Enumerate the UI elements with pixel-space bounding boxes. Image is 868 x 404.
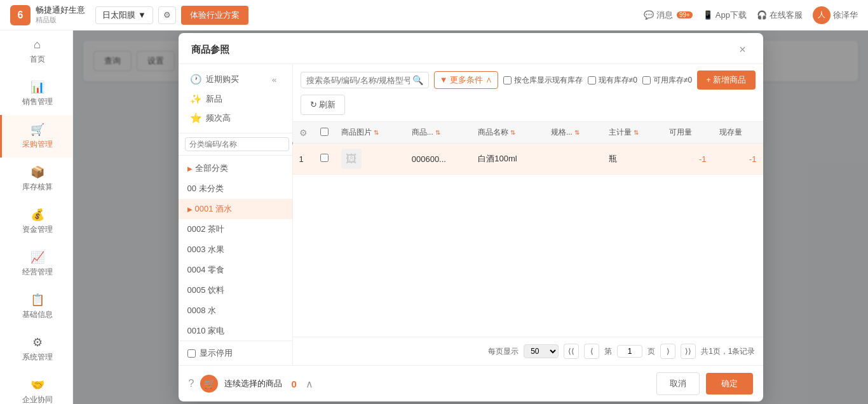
row-checkbox[interactable] (320, 154, 329, 162)
product-search-icon[interactable]: 🔍 (412, 75, 423, 85)
cell-code: 000600... (405, 144, 472, 175)
right-panel: 🔍 ▼ 更多条件 ∧ 按仓库显示现有库存 现有库存≠0 (293, 64, 763, 365)
product-reference-modal: 商品参照 × 🕐 近期购买 « ✨ 新品 (179, 33, 763, 401)
th-code-sort[interactable]: 商品... ⇅ (412, 127, 466, 138)
sidebar-item-finance[interactable]: 💰 资金管理 (0, 200, 72, 243)
sidebar-item-sales[interactable]: 📊 销售管理 (0, 72, 72, 115)
usable-ne0-checkbox[interactable] (642, 76, 651, 84)
sidebar-item-home[interactable]: ⌂ 首页 (0, 30, 72, 72)
gear-icon[interactable]: ⚙ (299, 128, 308, 138)
quick-recent-purchases[interactable]: 🕐 近期购买 « (184, 69, 287, 90)
table-row[interactable]: 1 🖼 000600... 白酒100ml (293, 144, 763, 175)
sidebar-item-base-info[interactable]: 📋 基础信息 (0, 285, 72, 328)
finance-icon: 💰 (31, 208, 44, 222)
sort-icon-code: ⇅ (435, 129, 440, 136)
cat-item-beverage[interactable]: 0005 饮料 (179, 280, 292, 300)
th-spec: 规格... ⇅ (545, 122, 603, 144)
warehouse-stock-checkbox[interactable] (503, 76, 512, 84)
refresh-button[interactable]: ↻ 刷新 (301, 95, 346, 115)
page-number-input[interactable] (617, 345, 642, 358)
cat-item-snack[interactable]: 0004 零食 (179, 260, 292, 280)
online-service-item[interactable]: 🎧 在线客服 (757, 10, 803, 21)
th-stock: 现存量 (713, 122, 763, 144)
category-search-input[interactable] (185, 137, 289, 151)
cancel-button[interactable]: 取消 (656, 372, 700, 395)
last-page-button[interactable]: ⟩⟩ (681, 344, 696, 359)
cat-item-fruit[interactable]: 0003 水果 (179, 239, 292, 260)
category-search-row: 🔍 (179, 133, 292, 156)
base-info-icon: 📋 (31, 293, 44, 307)
recent-label: 近期购买 (206, 74, 239, 85)
warehouse-stock-checkbox-item[interactable]: 按仓库显示现有库存 (503, 75, 583, 86)
cart-label: 连续选择的商品 (224, 378, 282, 389)
app-download-item[interactable]: 📱 App下载 (703, 10, 747, 21)
sidebar-item-operation[interactable]: 📈 经营管理 (0, 243, 72, 285)
sidebar-label-enterprise: 企业协同 (22, 394, 53, 404)
display-disabled-row: 显示停用 (179, 340, 292, 365)
stock-ne0-checkbox-item[interactable]: 现有库存≠0 (588, 75, 637, 86)
sidebar-item-system[interactable]: ⚙ 系统管理 (0, 328, 72, 370)
sidebar-item-inventory[interactable]: 📦 库存核算 (0, 158, 72, 200)
cat-item-tea[interactable]: 0002 茶叶 (179, 219, 292, 239)
help-icon[interactable]: ? (189, 378, 194, 389)
sidebar-label-finance: 资金管理 (22, 224, 53, 235)
th-image-sort[interactable]: 商品图片 ⇅ (341, 127, 399, 138)
prev-page-button[interactable]: ⟨ (584, 344, 599, 359)
next-page-button[interactable]: ⟩ (660, 344, 675, 359)
th-checkbox (314, 122, 335, 144)
select-all-checkbox[interactable] (320, 128, 329, 136)
th-unit: 主计量 ⇅ (602, 122, 662, 144)
th-spec-label: 规格... (551, 127, 573, 138)
display-disabled-checkbox[interactable] (187, 349, 196, 358)
th-spec-sort[interactable]: 规格... ⇅ (551, 127, 597, 138)
sidebar-label-purchase: 采购管理 (22, 139, 53, 150)
user-profile-item[interactable]: 人 徐泽华 (813, 6, 858, 24)
footer-collapse-icon[interactable]: ∧ (306, 378, 313, 390)
th-unit-sort[interactable]: 主计量 ⇅ (609, 127, 656, 138)
sidebar-label-base-info: 基础信息 (22, 309, 53, 320)
th-name-sort[interactable]: 商品名称 ⇅ (478, 127, 538, 138)
new-product-button[interactable]: + 新增商品 (697, 71, 755, 90)
usable-ne0-checkbox-item[interactable]: 可用库存≠0 (642, 75, 692, 86)
product-search-input[interactable] (306, 76, 410, 85)
sidebar-item-enterprise[interactable]: 🤝 企业协同 (0, 370, 72, 404)
product-toolbar: 🔍 ▼ 更多条件 ∧ 按仓库显示现有库存 现有库存≠0 (293, 64, 763, 122)
sidebar-item-purchase[interactable]: 🛒 采购管理 (0, 115, 72, 158)
product-table-wrap: ⚙ 商品图片 ⇅ (293, 122, 763, 337)
th-name-label: 商品名称 (478, 127, 508, 138)
stock-ne0-checkbox[interactable] (588, 76, 596, 84)
cart-icon[interactable]: 🛒 (200, 375, 218, 393)
th-settings[interactable]: ⚙ (293, 122, 314, 144)
sales-icon: 📊 (31, 80, 44, 94)
first-page-button[interactable]: ⟨⟨ (564, 344, 579, 359)
cat-item-all[interactable]: ▶ 全部分类 (179, 158, 292, 178)
cell-index: 1 (293, 144, 314, 175)
more-filter-button[interactable]: ▼ 更多条件 ∧ (434, 71, 498, 89)
modal-footer: ? 🛒 连续选择的商品 0 ∧ 取消 确定 (179, 365, 763, 401)
cat-item-water[interactable]: 0008 水 (179, 300, 292, 321)
trial-button[interactable]: 体验行业方案 (181, 6, 248, 25)
quick-high-frequency[interactable]: ⭐ 频次高 (184, 109, 287, 128)
sort-icon-spec: ⇅ (574, 129, 580, 136)
frequency-icon: ⭐ (190, 112, 202, 124)
confirm-button[interactable]: 确定 (706, 373, 753, 394)
product-table: ⚙ 商品图片 ⇅ (293, 122, 763, 175)
page-size-select[interactable]: 50 100 200 (524, 344, 559, 358)
new-product-label: 新品 (206, 93, 222, 105)
gear-icon[interactable]: ⚙ (158, 6, 176, 24)
product-search-wrap: 🔍 (301, 72, 429, 88)
modal-close-button[interactable]: × (735, 42, 750, 57)
quick-new-products[interactable]: ✨ 新品 (184, 90, 287, 109)
product-image: 🖼 (341, 149, 362, 169)
cell-spec (545, 144, 603, 175)
cat-item-uncategorized[interactable]: 00 未分类 (179, 178, 292, 199)
collapse-button[interactable]: « (268, 73, 281, 86)
cat-item-liquor[interactable]: ▶ 0001 酒水 (179, 199, 292, 219)
cat-item-appliance[interactable]: 0010 家电 (179, 321, 292, 340)
sidebar-label-inventory: 库存核算 (22, 182, 53, 192)
message-nav-item[interactable]: 💬 消息 99+ (644, 10, 693, 21)
cart-count: 0 (291, 379, 296, 389)
quick-access-section: 🕐 近期购买 « ✨ 新品 ⭐ 频次高 (179, 64, 292, 133)
nav-selector[interactable]: 日太阳膜 ▼ (95, 6, 153, 24)
th-code: 商品... ⇅ (405, 122, 472, 144)
